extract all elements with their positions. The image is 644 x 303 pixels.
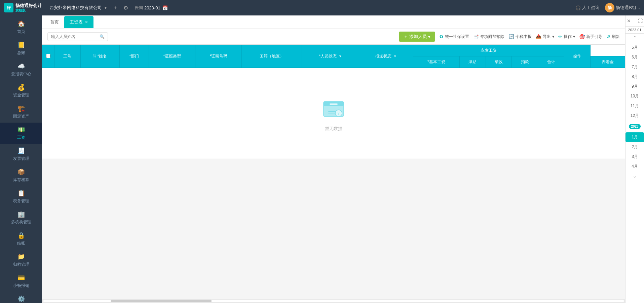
sidebar-item-base-settings[interactable]: ⚙️ 基础设置 bbox=[0, 292, 42, 303]
ledger-icon: 📒 bbox=[17, 41, 25, 49]
payroll-table: 工号 ⇅ *姓名 *部门 *证照类型 *证照号码 国籍（地区） *人员状态 ▼ … bbox=[42, 45, 625, 159]
tab-close-icon[interactable]: ✕ bbox=[85, 20, 88, 25]
month-2023-02[interactable]: 2月 bbox=[626, 142, 644, 152]
add-company-icon[interactable]: ＋ bbox=[111, 3, 119, 13]
month-2022-06[interactable]: 6月 bbox=[626, 52, 644, 62]
sidebar-item-payroll[interactable]: 💵 工资 bbox=[0, 123, 42, 144]
guide-label: 新手引导 bbox=[586, 34, 602, 40]
panel-close-icon[interactable]: ✕ bbox=[627, 18, 631, 24]
panel-expand-icon[interactable]: ⛶ bbox=[638, 18, 643, 24]
scroll-thumb[interactable] bbox=[111, 300, 212, 302]
search-box: 🔍 bbox=[47, 32, 108, 41]
header-actions: ＋ ⚙ bbox=[111, 3, 129, 13]
guide-toolbar-icon: 🎯 bbox=[579, 34, 585, 39]
sidebar-item-multi-org[interactable]: 🏢 多机构管理 bbox=[0, 207, 42, 228]
sidebar-item-tax[interactable]: 📋 税务管理 bbox=[0, 186, 42, 207]
month-2023-01[interactable]: 1月 bbox=[626, 132, 644, 142]
th-base-salary: *基本工资 bbox=[413, 56, 459, 68]
add-person-button[interactable]: ＋ 添加人员 ▾ bbox=[399, 32, 435, 42]
month-2022-09[interactable]: 9月 bbox=[626, 82, 644, 91]
month-2022-11[interactable]: 11月 bbox=[626, 101, 644, 111]
special-deduction-label: 专项附加扣除 bbox=[480, 34, 504, 40]
personal-tax-icon: 🔄 bbox=[508, 34, 514, 39]
tab-home[interactable]: 首页 bbox=[45, 16, 64, 28]
sidebar-item-fund[interactable]: 💰 资金管理 bbox=[0, 80, 42, 101]
export-icon: 📤 bbox=[536, 34, 541, 39]
human-service-btn[interactable]: 🎧 人工咨询 bbox=[575, 5, 600, 11]
sidebar-item-inventory[interactable]: 📦 库存核算 bbox=[0, 165, 42, 186]
calendar-icon[interactable]: 📅 bbox=[162, 5, 168, 10]
month-2023-04[interactable]: 4月 bbox=[626, 162, 644, 171]
guide-btn[interactable]: 🎯 新手引导 bbox=[579, 34, 602, 40]
human-service-label: 人工咨询 bbox=[582, 5, 600, 11]
tab-payroll-table[interactable]: 工资表 ✕ bbox=[64, 16, 93, 28]
bottom-scrollbar[interactable] bbox=[42, 299, 625, 303]
month-2022-05[interactable]: 5月 bbox=[626, 43, 644, 52]
sidebar-item-label: 总账 bbox=[17, 50, 25, 56]
sidebar-item-label: 资金管理 bbox=[13, 92, 29, 98]
person-status-filter-icon[interactable]: ▼ bbox=[339, 54, 342, 58]
th-salary-group: 应发工资 bbox=[413, 45, 564, 56]
sidebar-item-invoice[interactable]: 🧾 发票管理 bbox=[0, 144, 42, 165]
month-2022-10[interactable]: 10月 bbox=[626, 91, 644, 101]
close-accounts-icon: 🔒 bbox=[17, 232, 25, 239]
svg-text:?: ? bbox=[338, 112, 340, 115]
month-2022-07[interactable]: 7月 bbox=[626, 62, 644, 72]
main-layout: 🏠 首页 📒 总账 ☁️ 云报表中心 💰 资金管理 🏗️ 固定资产 💵 工资 🧾… bbox=[0, 15, 644, 303]
export-btn[interactable]: 📤 导出 ▾ bbox=[536, 34, 554, 40]
special-deduction-icon: 📑 bbox=[473, 34, 479, 39]
personal-tax-label: 个税申报 bbox=[516, 34, 532, 40]
operate-label: 操作 bbox=[564, 34, 572, 40]
sidebar-item-label: 发票管理 bbox=[13, 156, 29, 162]
month-nav-down[interactable]: ⌄ bbox=[626, 171, 644, 180]
th-id-type: *证照类型 bbox=[149, 45, 195, 68]
th-checkbox[interactable] bbox=[42, 45, 54, 68]
search-input[interactable] bbox=[51, 34, 98, 39]
right-panel: ✕ ⛶ 2023.01 ⌃ 5月 6月 7月 8月 9月 10月 11月 12月… bbox=[625, 15, 644, 303]
header-right: 🎧 人工咨询 畅 畅德通B组... bbox=[575, 3, 640, 12]
personal-tax-btn[interactable]: 🔄 个税申报 bbox=[508, 34, 532, 40]
th-name: ⇅ *姓名 bbox=[80, 45, 119, 68]
sidebar-item-label: 首页 bbox=[17, 29, 25, 35]
headset-icon: 🎧 bbox=[575, 5, 581, 10]
sidebar-item-ledger[interactable]: 📒 总账 bbox=[0, 38, 42, 59]
special-deduction-btn[interactable]: 📑 专项附加扣除 bbox=[473, 34, 504, 40]
user-name: 畅德通B组... bbox=[616, 5, 640, 11]
refresh-icon: ↺ bbox=[606, 34, 610, 39]
top-header: 好 畅德通好会计 旗舰版 西安虾米网络科技有限公司 ▼ ＋ ⚙ 账期 2023-… bbox=[0, 0, 644, 15]
user-info-btn[interactable]: 畅 畅德通B组... bbox=[605, 3, 640, 12]
year-2023-label: 2023 bbox=[629, 124, 640, 129]
refresh-btn[interactable]: ↺ 刷新 bbox=[606, 34, 620, 40]
sidebar-item-fixed-assets[interactable]: 🏗️ 固定资产 bbox=[0, 101, 42, 123]
sidebar-item-close-accounts[interactable]: 🔒 结账 bbox=[0, 228, 42, 250]
report-status-filter-icon[interactable]: ▼ bbox=[393, 54, 397, 58]
select-all-checkbox[interactable] bbox=[46, 54, 50, 58]
sidebar-item-label: 云报表中心 bbox=[11, 71, 31, 77]
table-body: ? 暂无数据 bbox=[42, 68, 625, 159]
sidebar-item-label: 小畅报销 bbox=[13, 283, 29, 289]
operate-btn[interactable]: ✏ 操作 ▾ bbox=[558, 34, 575, 40]
empty-state: ? 暂无数据 bbox=[42, 68, 625, 159]
sidebar-item-label: 归档管理 bbox=[13, 262, 29, 267]
current-period-display: 2023.01 bbox=[626, 27, 644, 34]
sidebar-item-cloud-report[interactable]: ☁️ 云报表中心 bbox=[0, 59, 42, 80]
period-value: 2023-01 bbox=[144, 5, 160, 10]
month-2023-03[interactable]: 3月 bbox=[626, 152, 644, 162]
month-nav-up[interactable]: ⌃ bbox=[626, 34, 644, 43]
tabs-bar: 首页 工资表 ✕ bbox=[42, 15, 625, 29]
sidebar-item-archive[interactable]: 📁 归档管理 bbox=[0, 250, 42, 271]
company-selector[interactable]: 西安虾米网络科技有限公司 ▼ bbox=[49, 5, 107, 11]
search-icon[interactable]: 🔍 bbox=[100, 34, 105, 39]
table-wrapper: 工号 ⇅ *姓名 *部门 *证照类型 *证照号码 国籍（地区） *人员状态 ▼ … bbox=[42, 45, 625, 299]
settings-sidebar-icon: ⚙️ bbox=[17, 295, 25, 303]
social-security-btn[interactable]: ♻ 统一社保设置 bbox=[439, 34, 469, 40]
app-version: 旗舰版 bbox=[15, 8, 42, 12]
sidebar-item-home[interactable]: 🏠 首页 bbox=[0, 17, 42, 38]
payroll-icon: 💵 bbox=[17, 126, 25, 133]
settings-icon[interactable]: ⚙ bbox=[122, 3, 129, 12]
logo-area: 好 畅德通好会计 旗舰版 bbox=[4, 3, 46, 12]
month-2022-12[interactable]: 12月 bbox=[626, 111, 644, 121]
multi-org-icon: 🏢 bbox=[17, 211, 25, 218]
sidebar-item-expense[interactable]: 💳 小畅报销 bbox=[0, 271, 42, 292]
month-2022-08[interactable]: 8月 bbox=[626, 72, 644, 82]
